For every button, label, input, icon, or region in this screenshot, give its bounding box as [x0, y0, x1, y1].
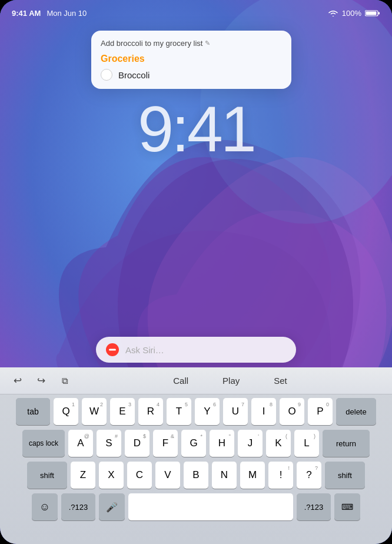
status-time: 9:41 AM: [12, 9, 41, 18]
key-g[interactable]: G*: [181, 430, 206, 457]
ipad-screen: 9:41 AM Mon Jun 10 100% 9:41 Add broccol…: [0, 0, 392, 544]
list-title: Groceries: [101, 54, 282, 64]
svg-rect-5: [366, 11, 377, 15]
number-key-left[interactable]: .?123: [61, 493, 95, 520]
key-x[interactable]: X: [99, 462, 124, 489]
wifi-icon: [328, 9, 338, 17]
svg-rect-7: [109, 349, 116, 351]
notification-card[interactable]: Add broccoli to my grocery list ✎ Grocer…: [91, 31, 291, 89]
emoji-key[interactable]: ☺: [32, 493, 58, 520]
keyboard-rows: tab Q1 W2 E3 R4 T5 Y6 U7 I8 O9 P0 delete…: [0, 394, 392, 524]
key-row-3: shift Z X C V B N M !! ?? shift: [2, 462, 390, 489]
key-row-1: tab Q1 W2 E3 R4 T5 Y6 U7 I8 O9 P0 delete: [2, 398, 390, 425]
status-bar: 9:41 AM Mon Jun 10 100%: [0, 0, 392, 21]
siri-no-entry-icon: [105, 343, 119, 357]
play-button[interactable]: Play: [214, 373, 248, 388]
key-i[interactable]: I8: [251, 398, 276, 425]
notification-prompt: Add broccoli to my grocery list ✎: [101, 39, 282, 48]
status-date: Mon Jun 10: [46, 9, 87, 18]
key-exclaim[interactable]: !!: [268, 462, 293, 489]
keyboard-area: ↩ ↪ ⧉ Call Play Set tab Q1 W2 E3 R4 T5 Y…: [0, 367, 392, 544]
key-k[interactable]: K(: [266, 430, 291, 457]
status-right: 100%: [328, 9, 380, 18]
set-button[interactable]: Set: [265, 373, 295, 388]
space-key[interactable]: [128, 493, 293, 520]
key-r[interactable]: R4: [138, 398, 163, 425]
key-u[interactable]: U7: [223, 398, 248, 425]
key-d[interactable]: D$: [125, 430, 150, 457]
key-row-2: caps lock A@ S# D$ F& G* H" J' K( L) ret…: [2, 430, 390, 457]
battery-icon: [365, 9, 380, 17]
return-key[interactable]: return: [323, 430, 370, 457]
key-t[interactable]: T5: [167, 398, 191, 425]
key-q[interactable]: Q1: [54, 398, 78, 425]
key-p[interactable]: P0: [308, 398, 333, 425]
copy-button[interactable]: ⧉: [54, 371, 75, 391]
shift-left-key[interactable]: shift: [27, 462, 67, 489]
key-z[interactable]: Z: [71, 462, 95, 489]
key-f[interactable]: F&: [153, 430, 178, 457]
key-c[interactable]: C: [127, 462, 152, 489]
key-question[interactable]: ??: [297, 462, 321, 489]
svg-rect-4: [378, 12, 380, 14]
call-button[interactable]: Call: [165, 373, 197, 388]
status-left: 9:41 AM Mon Jun 10: [12, 9, 87, 18]
key-h[interactable]: H": [210, 430, 234, 457]
key-y[interactable]: Y6: [195, 398, 220, 425]
key-o[interactable]: O9: [280, 398, 304, 425]
siri-bar[interactable]: Ask Siri…: [96, 337, 296, 363]
caps-lock-key[interactable]: caps lock: [22, 430, 65, 457]
key-row-4: ☺ .?123 🎤 .?123 ⌨: [2, 493, 390, 520]
siri-placeholder: Ask Siri…: [125, 345, 164, 355]
redo-button[interactable]: ↪: [31, 371, 52, 391]
list-item: Broccoli: [101, 69, 282, 81]
shift-right-key[interactable]: shift: [325, 462, 365, 489]
keyboard-hide-key[interactable]: ⌨: [334, 493, 360, 520]
toolbar-left: ↩ ↪ ⧉: [7, 371, 75, 391]
key-s[interactable]: S#: [97, 430, 121, 457]
number-key-right[interactable]: .?123: [297, 493, 331, 520]
key-v[interactable]: V: [155, 462, 180, 489]
key-a[interactable]: A@: [68, 430, 93, 457]
key-m[interactable]: M: [240, 462, 265, 489]
key-j[interactable]: J': [238, 430, 263, 457]
tab-key[interactable]: tab: [16, 398, 50, 425]
delete-key[interactable]: delete: [336, 398, 376, 425]
key-n[interactable]: N: [212, 462, 237, 489]
mic-key[interactable]: 🎤: [99, 493, 125, 520]
item-checkbox[interactable]: [101, 69, 112, 81]
keyboard-toolbar: ↩ ↪ ⧉ Call Play Set: [0, 367, 392, 394]
notification-prompt-text: Add broccoli to my grocery list: [101, 39, 202, 48]
battery-percent: 100%: [342, 9, 361, 18]
key-l[interactable]: L): [294, 430, 319, 457]
item-label: Broccoli: [118, 70, 150, 80]
key-e[interactable]: E3: [110, 398, 135, 425]
key-w[interactable]: W2: [82, 398, 107, 425]
undo-button[interactable]: ↩: [7, 371, 28, 391]
clock-display: 9:41: [138, 91, 254, 166]
edit-icon[interactable]: ✎: [205, 39, 210, 47]
toolbar-actions: Call Play Set: [75, 373, 385, 388]
key-b[interactable]: B: [184, 462, 208, 489]
